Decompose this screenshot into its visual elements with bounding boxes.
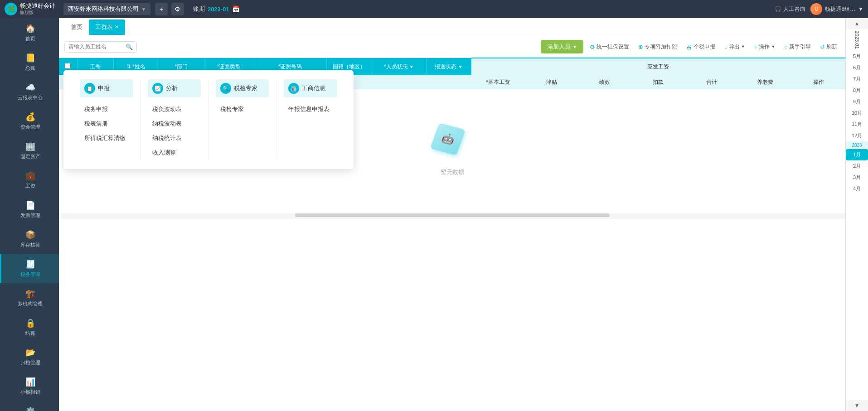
multi-icon: 🏗️: [25, 289, 35, 299]
close-period-icon: 🔒: [25, 318, 35, 328]
invoice-icon: 📄: [25, 200, 35, 210]
company-dropdown-icon: ▼: [141, 7, 146, 12]
tab-home-label: 首页: [71, 23, 82, 31]
new-guide-action[interactable]: ○ 新手引导: [781, 41, 814, 53]
sidebar-item-ledger[interactable]: 📒 总账: [0, 48, 59, 77]
export-action[interactable]: ↓ 导出 ▼: [722, 41, 747, 53]
service-button[interactable]: 🎧 人工咨询: [775, 5, 805, 13]
declaration-label: 申报: [98, 84, 110, 92]
select-all-checkbox[interactable]: [65, 63, 71, 69]
month-2022-12[interactable]: 12月: [846, 130, 868, 141]
analysis-label: 分析: [166, 84, 178, 92]
headset-icon: 🎧: [775, 6, 781, 12]
menu-tax-wave[interactable]: 纳税波动表: [148, 116, 201, 131]
month-2023-2[interactable]: 2月: [846, 160, 868, 172]
add-dropdown-icon: ▼: [572, 44, 577, 49]
sidebar-item-salary[interactable]: 💼 工资: [0, 165, 59, 195]
add-person-button[interactable]: 添加人员 ▼: [541, 40, 583, 53]
user-info[interactable]: U 畅捷通8组… ▼: [810, 3, 863, 15]
header-right: 🎧 人工咨询 U 畅捷通8组… ▼: [775, 3, 863, 15]
menu-tax-stats[interactable]: 纳税统计表: [148, 131, 201, 145]
operate-action[interactable]: ≡ 操作 ▼: [752, 41, 778, 53]
popup-menu[interactable]: 📋 申报 税务申报 税表清册 所得税汇算清缴 📈 分析 税负波动表 纳税波动表 …: [63, 70, 354, 169]
cube-face-icon: 🤖: [440, 132, 456, 146]
cube-decoration: 🤖: [430, 123, 466, 155]
month-2022-11[interactable]: 11月: [846, 119, 868, 130]
year-sidebar-down-btn[interactable]: ▼: [846, 400, 868, 411]
xiaochang-icon: 📊: [25, 377, 35, 387]
month-2023-1[interactable]: 1月: [846, 149, 868, 160]
col-deduct: 扣款: [631, 75, 685, 89]
popup-col-expert: 🔍 税检专家 税检专家: [209, 79, 276, 160]
company-selector[interactable]: 西安虾米网络科技有限公司 ▼: [63, 3, 150, 15]
sidebar-item-close[interactable]: 🔒 结账: [0, 313, 59, 342]
sidebar-item-assets[interactable]: 🏢 固定资产: [0, 136, 59, 165]
refresh-action[interactable]: ↺ 刷新: [817, 41, 840, 53]
menu-tax-declare[interactable]: 税务申报: [80, 102, 133, 116]
menu-tax-expert[interactable]: 税检专家: [216, 102, 269, 116]
col-allowance: 津贴: [525, 75, 578, 89]
month-2022-6[interactable]: 6月: [846, 62, 868, 73]
search-container: 🔍: [64, 41, 137, 53]
add-btn[interactable]: +: [155, 3, 168, 15]
menu-tax-burden[interactable]: 税负波动表: [148, 102, 201, 116]
year-2023-label: 2023: [846, 141, 868, 149]
tab-home[interactable]: 首页: [64, 19, 89, 35]
calendar-icon[interactable]: 📅: [232, 5, 240, 13]
popup-col-declaration-header: 📋 申报: [80, 79, 133, 97]
new-guide-icon: ○: [784, 44, 788, 50]
col-perf: 绩效: [578, 75, 632, 89]
social-security-action[interactable]: ⚙ 统一社保设置: [587, 41, 632, 53]
company-name: 西安虾米网络科技有限公司: [68, 5, 139, 13]
menu-tax-table[interactable]: 税表清册: [80, 116, 133, 131]
table-scrollbar[interactable]: [59, 213, 845, 219]
sidebar-item-inventory[interactable]: 📦 库存核算: [0, 224, 59, 254]
personal-tax-action[interactable]: 🖨 个税申报: [684, 41, 718, 53]
menu-income-calc[interactable]: 收入测算: [148, 145, 201, 160]
operate-arrow-icon: ▼: [771, 44, 775, 49]
month-2023-3[interactable]: 3月: [846, 172, 868, 183]
col-ops: 操作: [792, 75, 845, 89]
search-input[interactable]: [68, 44, 123, 50]
menu-income-tax[interactable]: 所得税汇算清缴: [80, 131, 133, 145]
menu-annual-report[interactable]: 年报信息申报表: [284, 102, 337, 116]
sidebar-item-home[interactable]: 🏠 首页: [0, 18, 59, 48]
settings-btn[interactable]: ⚙: [171, 3, 184, 15]
special-deduct-action[interactable]: ⊕ 专项附加扣除: [635, 41, 680, 53]
year-sidebar-up-btn[interactable]: ▲: [846, 18, 868, 29]
sidebar-item-xiaochang[interactable]: 📊 小畅报销: [0, 372, 59, 401]
sidebar-item-archive[interactable]: 📂 归档管理: [0, 342, 59, 372]
expert-label: 税检专家: [234, 84, 257, 92]
month-2022-9[interactable]: 9月: [846, 96, 868, 107]
export-arrow-icon: ▼: [741, 44, 745, 49]
month-2022-7[interactable]: 7月: [846, 73, 868, 85]
user-dropdown-icon: ▼: [858, 6, 863, 12]
ledger-icon: 📒: [25, 53, 35, 63]
sidebar-item-cloud[interactable]: ☁️ 云报表中心: [0, 77, 59, 106]
search-icon[interactable]: 🔍: [126, 44, 133, 50]
year-sidebar: ▲ 2023.01 5月 6月 7月 8月 9月 10月 11月 12月 202…: [845, 18, 868, 411]
expert-icon: 🔍: [220, 83, 231, 94]
sidebar-item-basic[interactable]: ⚙️ 基础设置: [0, 401, 59, 411]
empty-text: 暂无数据: [441, 168, 464, 176]
sidebar-item-multi[interactable]: 🏗️ 多机构管理: [0, 283, 59, 313]
month-2023-4[interactable]: 4月: [846, 183, 868, 194]
sidebar-item-tax[interactable]: 🧾 税务管理: [0, 254, 59, 283]
month-2022-10[interactable]: 10月: [846, 107, 868, 119]
tab-salary-table[interactable]: 工资表 ✕: [89, 19, 125, 35]
period-info: 账期 2023-01 📅: [193, 5, 240, 13]
business-label: 工商信息: [302, 84, 325, 92]
popup-col-business: 🏛️ 工商信息 年报信息申报表: [276, 79, 344, 160]
month-2022-5[interactable]: 5月: [846, 51, 868, 62]
sidebar-item-funds[interactable]: 💰 资金管理: [0, 106, 59, 136]
operate-icon: ≡: [754, 44, 758, 50]
tax-icon: 🧾: [25, 259, 35, 269]
special-deduct-icon: ⊕: [638, 44, 643, 50]
period-display-label: 2023.01: [853, 29, 861, 51]
logo-icon: 🌿: [5, 3, 17, 15]
sidebar-item-invoice[interactable]: 📄 发票管理: [0, 195, 59, 224]
tab-bar: 首页 工资表 ✕: [59, 18, 845, 36]
month-2022-8[interactable]: 8月: [846, 85, 868, 96]
col-pension: 养老费: [738, 75, 792, 89]
tab-close-icon[interactable]: ✕: [115, 24, 119, 30]
